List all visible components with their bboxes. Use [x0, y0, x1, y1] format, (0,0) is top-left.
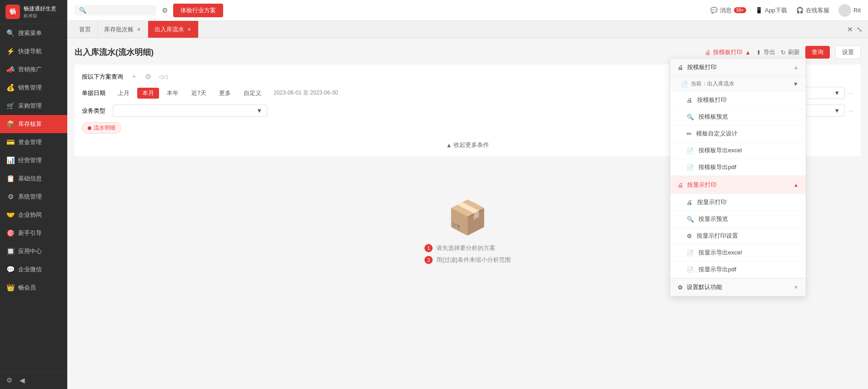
template-preview-icon: 🔍 [687, 114, 694, 120]
sidebar-item-purchase[interactable]: 🛒 采购管理 [0, 97, 67, 115]
app-download-btn[interactable]: 📱 App下载 [755, 6, 787, 15]
system-icon: ⚙ [6, 193, 15, 201]
dropdown-item-display-pdf[interactable]: 📄 按显示导出pdf [670, 261, 806, 278]
display-pdf-icon: 📄 [687, 266, 694, 273]
date-tag-this-month[interactable]: 本月 [137, 88, 159, 99]
sidebar-item-label-member: 畅会员 [18, 284, 36, 292]
sidebar-nav: 🔍 搜索菜单 ⚡ 快捷导航 📣 营销推广 💰 销售管理 🛒 采购管理 📦 库存核… [0, 24, 67, 371]
message-btn[interactable]: 💬 消息 99+ [710, 6, 746, 15]
enterprise-icon: 🤝 [6, 211, 15, 219]
tab-flow-close[interactable]: × [187, 26, 192, 33]
print-dropdown-panel: 🖨 按模板打印 ▲ 📄 当前：出入库流水 ▼ [670, 58, 806, 297]
empty-step-2: 2 用[过滤]条件来缩小分析范围 [424, 256, 510, 264]
display-settings-label: 按显示打印设置 [697, 232, 738, 240]
sidebar-item-member[interactable]: 👑 畅会员 [0, 279, 67, 297]
page-actions: 🖨 按模板打印 ▲ ⬆ 导出 ↻ 刷新 🖨 [705, 45, 861, 59]
expand-window-btn[interactable]: ⤡ [857, 25, 863, 34]
empty-illustration: 📦 [447, 198, 488, 237]
business-type-select[interactable]: ▼ [113, 105, 267, 117]
add-scheme-btn[interactable]: ＋ [130, 72, 138, 81]
date-tag-custom[interactable]: 自定义 [239, 88, 266, 99]
sidebar-item-finance[interactable]: 💳 资金管理 [0, 133, 67, 151]
dropdown-template-section-header[interactable]: 🖨 按模板打印 ▲ [670, 59, 806, 76]
sidebar-item-search[interactable]: 🔍 搜索菜单 [0, 24, 67, 42]
topbar-search-box[interactable]: 🔍 [75, 5, 156, 15]
display-print-icon: 🖨 [687, 199, 693, 206]
template-pdf-label: 按模板导出pdf [698, 163, 736, 171]
sidebar-item-basic[interactable]: 📋 基础信息 [0, 170, 67, 188]
guide-icon: 🎯 [6, 229, 15, 237]
collapse-left-icon[interactable]: ◁◁ [159, 73, 168, 80]
service-btn[interactable]: 🎧 在线客服 [796, 6, 829, 15]
template-preview-label: 按模板预览 [698, 113, 728, 121]
collapse-label: 收起更多条件 [454, 141, 489, 149]
display-print-label: 按显示打印 [697, 198, 727, 206]
marketing-icon: 📣 [6, 65, 15, 74]
bill-type-more-btn[interactable]: ··· [848, 90, 853, 96]
sidebar-item-app-center[interactable]: 🔲 应用中心 [0, 242, 67, 260]
display-preview-label: 按显示预览 [698, 215, 728, 223]
sidebar-item-wechat[interactable]: 💬 企业微信 [0, 260, 67, 279]
display-settings-icon: ⚙ [687, 233, 692, 239]
sidebar-item-label-operations: 经营管理 [18, 156, 42, 165]
tab-batch-close[interactable]: × [136, 26, 141, 33]
display-preview-icon: 🔍 [687, 216, 694, 223]
dropdown-item-template-print[interactable]: 🖨 按模板打印 [670, 92, 806, 109]
settings-btn[interactable]: 设置 [835, 45, 861, 59]
dropdown-display-section-header[interactable]: 🖨 按显示打印 ▲ [670, 176, 806, 194]
filter-chip-flow[interactable]: 流水明细 [82, 122, 121, 134]
collapse-sidebar-icon[interactable]: ◀ [20, 376, 25, 384]
dropdown-item-display-preview[interactable]: 🔍 按显示预览 [670, 211, 806, 228]
sidebar-item-inventory[interactable]: 📦 库存核算 [0, 115, 67, 133]
sidebar-item-label-quick-nav: 快捷导航 [18, 47, 42, 55]
refresh-btn[interactable]: ↻ 刷新 [781, 48, 800, 56]
dropdown-item-template-custom[interactable]: ✏ 模板自定义设计 [670, 125, 806, 142]
close-window-btn[interactable]: ✕ [847, 25, 853, 34]
user-avatar-btn[interactable]: Rit [838, 4, 861, 17]
date-tag-7days[interactable]: 近7天 [186, 88, 211, 99]
dropdown-item-template-preview[interactable]: 🔍 按模板预览 [670, 109, 806, 125]
tab-flow[interactable]: 出入库流水 × [148, 21, 199, 38]
sidebar-item-sales[interactable]: 💰 销售管理 [0, 79, 67, 97]
trial-btn[interactable]: 体验行业方案 [173, 4, 223, 17]
warehouse-more-btn[interactable]: ··· [848, 107, 853, 114]
template-section-label: 按模板打印 [687, 63, 717, 71]
dropdown-settings-section-header[interactable]: ⚙ 设置默认功能 ▼ [670, 278, 806, 296]
tab-home[interactable]: 首页 [73, 21, 98, 38]
sidebar-item-guide[interactable]: 🎯 新手引导 [0, 224, 67, 242]
sidebar-item-enterprise[interactable]: 🤝 企业协同 [0, 206, 67, 224]
dropdown-item-template-pdf[interactable]: 📄 按模板导出pdf [670, 159, 806, 176]
display-excel-icon: 📄 [687, 249, 694, 256]
tab-batch-label: 库存批次账 [104, 25, 134, 34]
topbar-gear-icon[interactable]: ⚙ [162, 6, 168, 15]
sidebar-item-label-sales: 销售管理 [18, 84, 42, 92]
print-template-btn[interactable]: 🖨 按模板打印 ▲ [705, 48, 751, 56]
sidebar-item-label-app-center: 应用中心 [18, 247, 42, 255]
settings-chevron-down: ▼ [793, 284, 798, 290]
finance-icon: 💳 [6, 138, 15, 146]
scheme-settings-icon[interactable]: ⚙ [145, 72, 151, 81]
sidebar-item-system[interactable]: ⚙ 系统管理 [0, 188, 67, 206]
settings-icon[interactable]: ⚙ [6, 376, 12, 384]
collapse-more-btn[interactable]: ▲ 收起更多条件 [446, 141, 489, 149]
date-tag-more[interactable]: 更多 [214, 88, 236, 99]
dropdown-item-display-excel[interactable]: 📄 按显示导出excel [670, 244, 806, 261]
page-header: 出入库流水(流水明细) 🖨 按模板打印 ▲ ⬆ 导出 ↻ 刷新 [75, 45, 861, 59]
display-chevron-up: ▲ [793, 182, 798, 188]
date-tag-prev-month[interactable]: 上月 [113, 88, 135, 99]
search-input[interactable] [89, 7, 144, 14]
dropdown-item-display-print[interactable]: 🖨 按显示打印 [670, 194, 806, 211]
sidebar-item-marketing[interactable]: 📣 营销推广 [0, 60, 67, 79]
dropdown-current-template[interactable]: 📄 当前：出入库流水 ▼ [670, 76, 806, 92]
tab-batch[interactable]: 库存批次账 × [98, 21, 148, 38]
query-btn[interactable]: 查询 [805, 46, 830, 59]
sidebar-item-label-finance: 资金管理 [18, 138, 42, 146]
export-btn[interactable]: ⬆ 导出 [756, 48, 775, 56]
sidebar-item-operations[interactable]: 📊 经营管理 [0, 151, 67, 170]
sidebar-item-quick-nav[interactable]: ⚡ 快捷导航 [0, 42, 67, 60]
date-tag-this-year[interactable]: 本年 [162, 88, 184, 99]
dropdown-item-display-settings[interactable]: ⚙ 按显示打印设置 [670, 228, 806, 244]
dropdown-item-template-excel[interactable]: 📄 按模板导出excel [670, 142, 806, 159]
current-template-label: 当前：出入库流水 [691, 80, 734, 88]
display-excel-label: 按显示导出excel [698, 249, 742, 257]
